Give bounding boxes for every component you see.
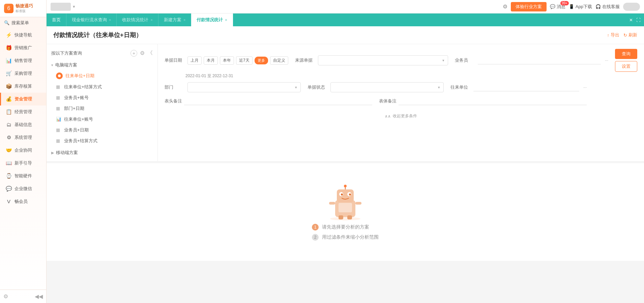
header-gear-icon[interactable]: ⚙ [503, 3, 507, 10]
sidebar-item-inventory[interactable]: 📦 库存核算 [0, 80, 46, 93]
scheme-item-table-icon-2: ▦ [56, 95, 61, 100]
sidebar-item-guide[interactable]: 📖 新手引导 [0, 157, 46, 170]
sidebar-item-system[interactable]: ⚙ 系统管理 [0, 131, 46, 144]
sidebar-item-purchase[interactable]: 🛒 采购管理 [0, 67, 46, 80]
tab-receipt-stats-close[interactable]: × [150, 18, 152, 22]
tab-home[interactable]: 首页 [47, 13, 66, 26]
scheme-item-table-icon-3: ▦ [56, 106, 61, 111]
partner-ellipsis[interactable]: ··· [583, 85, 587, 90]
app-download-label: App下载 [576, 4, 592, 10]
sidebar-item-operations[interactable]: 📋 经营管理 [0, 105, 46, 118]
date-btn-this-year[interactable]: 本年 [220, 56, 234, 65]
header-note-input[interactable] [184, 97, 372, 105]
sidebar-item-base-info[interactable]: 🗂 基础信息 [0, 118, 46, 131]
mobile-section-header[interactable]: ▶ 移动端方案 [47, 148, 157, 158]
tab-new-scheme-label: 新建方案 [164, 17, 181, 23]
search-menu[interactable]: 🔍 搜索菜单 [0, 17, 46, 29]
scheme-add-button[interactable]: + [130, 50, 137, 57]
scheme-item-3[interactable]: ▦ 部门+日期 [47, 103, 157, 114]
sidebar-item-marketing[interactable]: 🎁 营销推广 [0, 41, 46, 54]
mobile-section-label: 移动端方案 [56, 150, 78, 156]
scheme-item-5[interactable]: ▦ 业务员+日期 [47, 125, 157, 135]
svg-rect-9 [355, 202, 361, 205]
user-avatar[interactable] [623, 3, 640, 11]
tab-payment-stats[interactable]: 付款情况统计 × [191, 13, 233, 26]
close-all-tabs-icon[interactable]: ✕ [629, 18, 633, 23]
dept-select[interactable]: ▾ [187, 82, 301, 92]
settings-bottom-icon[interactable]: ⚙ [3, 293, 8, 300]
source-doc-label: 来源单据 [295, 57, 315, 63]
desktop-scheme-section: ▾ 电脑端方案 往来单位+日期 ▦ 往来单位+结算 [47, 60, 157, 146]
online-service-action[interactable]: 🎧 在线客服 [595, 4, 620, 10]
base-info-icon: 🗂 [6, 122, 12, 128]
sidebar-item-cooperation[interactable]: 🤝 企业协同 [0, 144, 46, 157]
desktop-section-header[interactable]: ▾ 电脑端方案 [47, 60, 157, 70]
page-header: 付款情况统计（往来单位+日期） ↑ 导出 ↻ 刷新 [47, 26, 644, 44]
breadcrumb: ▾ [51, 3, 499, 11]
scheme-item-0[interactable]: 往来单位+日期 [47, 70, 157, 82]
scheme-item-2[interactable]: ▦ 业务员+账号 [47, 92, 157, 103]
svg-rect-3 [337, 189, 354, 202]
sidebar-item-sales[interactable]: 📊 销售管理 [0, 54, 46, 67]
date-btn-custom[interactable]: 自定义 [270, 56, 288, 65]
trial-button[interactable]: 体验行业方案 [511, 2, 547, 11]
sidebar-item-member[interactable]: V 畅会员 [0, 195, 46, 208]
message-icon: 💬 [550, 4, 555, 9]
sidebar-item-weixin[interactable]: 💬 企业微信 [0, 182, 46, 195]
scheme-collapse-icon[interactable]: 《 [147, 50, 153, 57]
collapse-button[interactable]: ∧∧ 收起更多条件 [381, 110, 420, 122]
settings-button[interactable]: 设置 [615, 61, 637, 72]
date-range-value: 2022-01-01 至 2022-12-31 [165, 73, 637, 79]
tip-text-2: 用过滤条件来缩小分析范围 [322, 234, 379, 240]
sidebar-item-quick-nav[interactable]: ⚡ 快捷导航 [0, 29, 46, 41]
tab-bank-flow[interactable]: 现金银行流水查询 × [66, 13, 117, 26]
message-action[interactable]: 💬 消息 99+ [550, 4, 565, 10]
refresh-button[interactable]: ↻ 刷新 [623, 32, 637, 38]
tab-bank-flow-close[interactable]: × [109, 18, 111, 22]
sidebar-item-smart-hardware[interactable]: ⌚ 智能硬件 [0, 170, 46, 182]
query-row-2: 部门 ▾ 单据状态 ▾ 往来单位 [165, 82, 637, 92]
logo-name: 畅捷通巧 [16, 3, 33, 9]
breadcrumb-avatar [51, 3, 71, 11]
app-icon: 📱 [569, 4, 574, 9]
data-area: 1 请先选择要分析的方案 2 用过滤条件来缩小分析范围 [47, 163, 644, 261]
dept-label: 部门 [165, 84, 185, 90]
tab-receipt-stats[interactable]: 收款情况统计 × [117, 13, 158, 26]
fullscreen-icon[interactable]: ⛶ [636, 18, 641, 23]
operations-icon: 📋 [6, 109, 12, 115]
collapse-sidebar-icon[interactable]: ◀◀ [35, 293, 43, 300]
scheme-item-chart-icon: 📊 [56, 117, 61, 122]
app-download-action[interactable]: 📱 App下载 [569, 4, 592, 10]
source-doc-select[interactable]: ▾ [318, 55, 448, 65]
salesman-ellipsis[interactable]: ··· [605, 58, 608, 63]
date-btn-more[interactable]: 更多 [255, 57, 268, 64]
dept-field: 部门 ▾ [165, 82, 301, 92]
tab-bar: 首页 现金银行流水查询 × 收款情况统计 × 新建方案 × 付款情况统计 × ✕… [47, 13, 644, 26]
empty-tips: 1 请先选择要分析的方案 2 用过滤条件来缩小分析范围 [312, 224, 379, 241]
tab-new-scheme-close[interactable]: × [183, 18, 185, 22]
scheme-settings-icon[interactable]: ⚙ [140, 50, 145, 56]
sidebar-item-finance[interactable]: 💰 资金管理 [0, 93, 46, 105]
scheme-item-6[interactable]: ▦ 业务员+结算方式 [47, 135, 157, 146]
dept-arrow: ▾ [295, 85, 297, 90]
tab-new-scheme[interactable]: 新建方案 × [158, 13, 191, 26]
partner-input[interactable] [473, 83, 579, 91]
chevron-down-icon: ▾ [73, 4, 75, 9]
salesman-input[interactable] [478, 56, 601, 64]
system-icon: ⚙ [6, 134, 12, 141]
tab-payment-stats-close[interactable]: × [225, 18, 227, 22]
scheme-item-4[interactable]: 📊 往来单位+账号 [47, 114, 157, 125]
date-btn-7days[interactable]: 近7天 [236, 56, 253, 65]
page-header-actions: ↑ 导出 ↻ 刷新 [607, 32, 638, 38]
date-btn-last-month[interactable]: 上月 [187, 56, 202, 65]
export-button[interactable]: ↑ 导出 [607, 32, 620, 38]
body-note-input[interactable] [399, 97, 587, 105]
tab-payment-stats-label: 付款情况统计 [197, 17, 223, 23]
logo-icon: 6 [4, 4, 13, 13]
doc-status-select[interactable]: ▾ [330, 82, 444, 92]
sidebar-bottom: ⚙ ◀◀ [0, 290, 46, 303]
scheme-item-1[interactable]: ▦ 往来单位+结算方式 [47, 82, 157, 92]
query-button[interactable]: 查询 [615, 49, 637, 59]
tab-bank-flow-label: 现金银行流水查询 [72, 17, 107, 23]
date-btn-this-month[interactable]: 本月 [204, 56, 218, 65]
